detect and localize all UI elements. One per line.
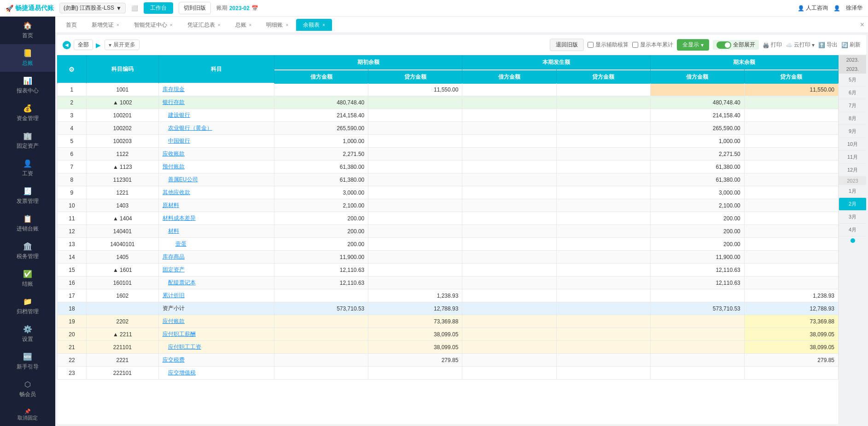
sidebar-label-home: 首页 <box>22 32 33 40</box>
right-panel-month-9[interactable]: 9月 <box>839 125 866 138</box>
tab-detail-account[interactable]: 明细账 × <box>259 19 295 31</box>
right-panel-month-7[interactable]: 7月 <box>839 99 866 112</box>
tab-close-voucher-summary[interactable]: × <box>218 23 221 28</box>
cell-name[interactable]: 应交税费 <box>158 354 274 367</box>
cell-name[interactable]: 中国银行 <box>158 135 274 148</box>
tab-close-balance-table[interactable]: × <box>322 23 325 28</box>
cell-name[interactable]: 固定资产 <box>158 264 274 276</box>
user-avatar[interactable]: 👤 <box>833 5 840 12</box>
show-ytd-checkbox[interactable]: 显示本年累计 <box>632 41 673 49</box>
cell-name[interactable]: 建设银行 <box>158 109 274 122</box>
table-settings-icon[interactable]: ⚙ <box>69 66 75 73</box>
ytd-checkbox-input[interactable] <box>632 42 638 48</box>
tab-home[interactable]: 首页 <box>59 19 84 31</box>
expand-all-toggle[interactable]: 全部展开 <box>713 40 759 50</box>
cell-name[interactable]: 库存商品 <box>158 251 274 264</box>
sidebar-item-member[interactable]: ⬡ 畅会员 <box>0 375 55 403</box>
sidebar-item-home[interactable]: 🏠 首页 <box>0 17 55 44</box>
cell-cp-debit <box>462 148 556 161</box>
cell-cp-credit <box>556 135 650 148</box>
sidebar-item-salary[interactable]: 👤 工资 <box>0 155 55 182</box>
tab-smart-center[interactable]: 智能凭证中心 × <box>127 19 180 31</box>
sidebar-item-purchase[interactable]: 📋 进销台账 <box>0 210 55 237</box>
aux-checkbox-input[interactable] <box>588 42 594 48</box>
tab-voucher-summary[interactable]: 凭证汇总表 × <box>181 19 227 31</box>
cell-code: ▲ 1404 <box>86 212 158 225</box>
table-wrapper[interactable]: ⚙ 科目编码 科目 期初余额 本期发生额 期末余额 借方金额 贷方金额 <box>57 55 839 424</box>
tab-close-detail-account[interactable]: × <box>285 23 288 28</box>
cell-name[interactable]: 累计折旧 <box>158 289 274 302</box>
tab-close-new-voucher[interactable]: × <box>117 23 119 28</box>
calendar-icon[interactable]: 📅 <box>251 5 258 12</box>
sidebar-item-tax[interactable]: 🏛️ 税务管理 <box>0 237 55 265</box>
right-panel-month-2[interactable]: 2月 <box>839 198 866 211</box>
cell-name[interactable]: 配提票记本 <box>158 276 274 289</box>
sidebar-item-reports[interactable]: 📊 报表中心 <box>0 72 55 99</box>
cell-name[interactable]: 预付账款 <box>158 161 274 173</box>
company-selector[interactable]: (勿删) 江西股圣-LSS ▼ <box>59 3 126 13</box>
return-old-button[interactable]: 退回旧版 <box>550 39 584 51</box>
tab-general-ledger[interactable]: 总账 × <box>228 19 259 31</box>
expand-more-button[interactable]: ▾ 展开更多 <box>105 40 140 50</box>
filter-badge[interactable]: ◀ <box>63 41 71 49</box>
cell-cp-credit <box>556 315 650 328</box>
format-button[interactable]: 全显示 ▾ <box>677 39 709 51</box>
cell-name[interactable]: 原材料 <box>158 199 274 212</box>
tab-bar-close-button[interactable]: × <box>860 21 864 29</box>
tab-close-general-ledger[interactable]: × <box>249 23 252 28</box>
print-button[interactable]: 🖨️ 打印 <box>763 41 782 49</box>
cell-name[interactable]: 材料 <box>158 225 274 238</box>
right-panel-month-5[interactable]: 5月 <box>839 74 866 86</box>
refresh-button[interactable]: 🔄 刷新 <box>841 41 861 49</box>
right-panel-month-11[interactable]: 11月 <box>839 151 866 164</box>
right-panel-month-10[interactable]: 10月 <box>839 138 866 151</box>
pin-button[interactable]: 📌 取消固定 <box>17 409 38 421</box>
filter-arrow-icon[interactable]: ▶ <box>96 41 101 49</box>
cell-name[interactable]: 壹蛋 <box>158 238 274 251</box>
toggle-switch[interactable] <box>717 41 731 49</box>
customer-service[interactable]: 👤 人工咨询 <box>798 4 828 12</box>
sidebar-item-ledger[interactable]: 📒 总账 <box>0 44 55 72</box>
right-panel-month-4[interactable]: 4月 <box>839 224 866 236</box>
tab-balance-table[interactable]: 余额表 × <box>296 19 332 31</box>
right-panel-month-6[interactable]: 6月 <box>839 86 866 99</box>
cell-ob-debit: 61,380.00 <box>274 161 368 173</box>
switch-version-button[interactable]: 切到旧版 <box>179 2 211 14</box>
right-panel-month-8[interactable]: 8月 <box>839 112 866 125</box>
show-aux-checkbox[interactable]: 显示辅助核算 <box>588 41 629 49</box>
app-logo: 🚀 畅捷通易代账 <box>6 4 54 12</box>
cell-cp-debit <box>462 264 556 276</box>
cloud-print-button[interactable]: ☁️ 云打印 ▾ <box>786 41 815 49</box>
sidebar-item-guide[interactable]: 🆕 新手引导 <box>0 348 55 375</box>
cell-name[interactable]: 应付账款 <box>158 315 274 328</box>
sidebar-item-archive[interactable]: 📁 归档管理 <box>0 293 55 320</box>
cell-name[interactable]: 应交增值税 <box>158 367 274 380</box>
right-panel-month-1[interactable]: 1月 <box>839 185 866 198</box>
cell-name[interactable]: 应付职工薪酬 <box>158 328 274 341</box>
export-button[interactable]: ⬆️ 导出 <box>818 41 838 49</box>
sidebar-item-funds[interactable]: 💰 资金管理 <box>0 99 55 127</box>
copy-icon[interactable]: ⬜ <box>131 5 138 12</box>
sidebar-item-invoice[interactable]: 🧾 发票管理 <box>0 182 55 210</box>
cell-name[interactable]: 应收账款 <box>158 148 274 161</box>
tab-close-smart-center[interactable]: × <box>170 23 173 28</box>
sidebar-item-settings[interactable]: ⚙️ 设置 <box>0 320 55 348</box>
table-row: 10 1403 原材料 2,100.00 2,100.00 <box>58 199 839 212</box>
th-settings[interactable]: ⚙ <box>58 56 87 83</box>
sidebar-item-assets[interactable]: 🏢 固定资产 <box>0 127 55 155</box>
cell-name[interactable]: 材料成本差异 <box>158 212 274 225</box>
cell-cb-credit <box>744 109 838 122</box>
cell-name[interactable]: 农业银行（黄金） <box>158 122 274 135</box>
cell-name[interactable]: 银行存款 <box>158 96 274 109</box>
tab-bar: 首页 新增凭证 × 智能凭证中心 × 凭证汇总表 × 总账 × 明细账 × <box>55 17 868 33</box>
sidebar-label-guide: 新手引导 <box>17 363 39 371</box>
workbench-button[interactable]: 工作台 <box>144 2 173 14</box>
tab-new-voucher[interactable]: 新增凭证 × <box>85 19 126 31</box>
cell-name[interactable]: 库存现金 <box>158 83 274 96</box>
cell-name[interactable]: 善属EU公司 <box>158 173 274 186</box>
cell-name[interactable]: 应付职工工资 <box>158 341 274 354</box>
right-panel-month-3[interactable]: 3月 <box>839 211 866 224</box>
cell-name[interactable]: 其他应收款 <box>158 186 274 199</box>
right-panel-month-12[interactable]: 12月 <box>839 164 866 177</box>
sidebar-item-settlement[interactable]: ✅ 结账 <box>0 265 55 293</box>
